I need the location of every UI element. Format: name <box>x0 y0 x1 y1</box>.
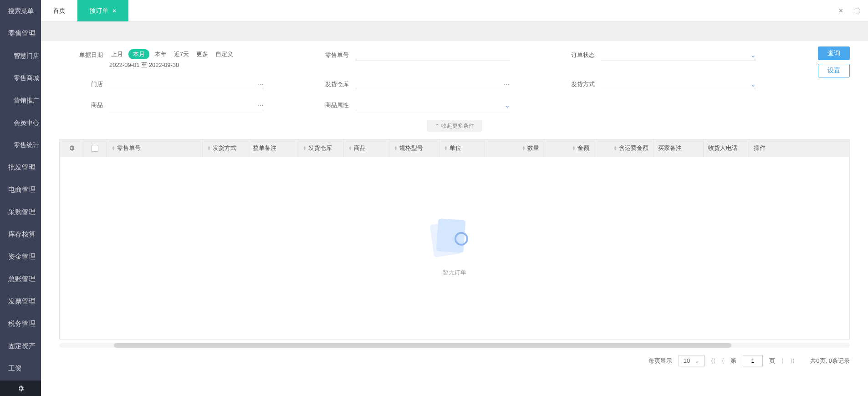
date-to: 2022-09-30 <box>149 62 179 68</box>
settings-button[interactable]: 设置 <box>818 64 850 77</box>
ship-warehouse-select[interactable]: ⋯ <box>355 78 510 90</box>
date-sep: 至 <box>141 62 147 68</box>
sidebar: 搜索菜单 零售管理 ▲ 智慧门店 零售商城 营销推广 会员中心 零售统计 批发管… <box>0 0 41 396</box>
close-all-icon[interactable]: ✕ <box>834 5 847 17</box>
sort-icon: ▲▼ <box>572 146 576 150</box>
sort-icon: ▲▼ <box>112 146 115 150</box>
select-all[interactable] <box>83 139 107 157</box>
sidebar-group-wholesale[interactable]: 批发管理 ▼ <box>0 156 41 179</box>
sidebar-group-purchase[interactable]: 采购管理 <box>0 201 41 223</box>
next-page-icon[interactable]: ⟩ <box>781 357 784 364</box>
page-suffix: 页 <box>769 357 775 365</box>
sidebar-group-ledger[interactable]: 总账管理 <box>0 268 41 290</box>
date-chip-more[interactable]: 更多 <box>194 49 210 59</box>
column-label: 收货人电话 <box>708 144 738 152</box>
column-label: 单位 <box>449 144 461 152</box>
more-icon[interactable]: ⋯ <box>258 102 264 108</box>
retail-no-input[interactable] <box>355 49 510 61</box>
column-label: 发货方式 <box>213 144 236 152</box>
column-header[interactable]: 操作 <box>749 139 849 157</box>
column-header[interactable]: ▲▼零售单号 <box>107 139 203 157</box>
column-header[interactable]: ▲▼含运费金额 <box>594 139 654 157</box>
date-from: 2022-09-01 <box>109 62 140 68</box>
tab-preorder[interactable]: 预订单 ✕ <box>77 0 128 21</box>
collapse-filters-button[interactable]: ⌃ 收起更多条件 <box>427 120 482 132</box>
empty-illustration <box>427 219 482 260</box>
more-icon[interactable]: ⋯ <box>504 81 510 87</box>
horizontal-scrollbar[interactable] <box>59 343 850 348</box>
chevron-up-icon: ▲ <box>29 31 34 36</box>
column-settings[interactable] <box>60 139 83 157</box>
column-header[interactable]: 整单备注 <box>248 139 298 157</box>
sidebar-footer <box>0 381 41 396</box>
pagination: 每页显示 10 ⌄ ⟨⟨ ⟨ 第 页 ⟩ ⟩⟩ 共0页, 0条记录 <box>41 348 868 374</box>
date-chip-custom[interactable]: 自定义 <box>214 49 235 59</box>
date-chip-this-month[interactable]: 本月 <box>128 49 149 59</box>
chevron-up-icon: ⌃ <box>435 123 439 129</box>
column-header[interactable]: ▲▼发货仓库 <box>298 139 344 157</box>
column-header[interactable]: ▲▼单位 <box>439 139 485 157</box>
column-header[interactable]: ▲▼金额 <box>544 139 594 157</box>
column-label: 金额 <box>577 144 589 152</box>
sidebar-item-member-center[interactable]: 会员中心 <box>0 112 41 134</box>
sidebar-group-retail[interactable]: 零售管理 ▲ <box>0 22 41 45</box>
more-icon[interactable]: ⋯ <box>258 81 264 87</box>
sidebar-group-salary[interactable]: 工资 <box>0 357 41 380</box>
ship-method-select[interactable]: ⌄ <box>601 78 756 90</box>
sidebar-group-tax[interactable]: 税务管理 <box>0 313 41 335</box>
sidebar-group-funds[interactable]: 资金管理 <box>0 246 41 268</box>
empty-text: 暂无订单 <box>443 268 466 277</box>
gear-icon[interactable] <box>17 385 24 392</box>
toolbar-strip <box>41 22 868 41</box>
chevron-down-icon: ⌄ <box>751 81 756 88</box>
column-header[interactable]: ▲▼规格型号 <box>389 139 439 157</box>
sort-icon: ▲▼ <box>207 146 211 150</box>
product-label: 商品 <box>59 99 109 111</box>
column-header[interactable]: 收货人电话 <box>704 139 749 157</box>
date-chip-this-year[interactable]: 本年 <box>153 49 168 59</box>
sort-icon: ▲▼ <box>613 146 617 150</box>
tab-label: 预订单 <box>89 7 108 15</box>
order-status-select[interactable]: ⌄ <box>601 49 756 61</box>
column-header[interactable]: ▲▼发货方式 <box>203 139 248 157</box>
sidebar-group-fixed-assets[interactable]: 固定资产 <box>0 335 41 357</box>
prev-page-icon[interactable]: ⟨ <box>722 357 724 364</box>
sidebar-search[interactable]: 搜索菜单 <box>0 0 41 22</box>
sort-icon: ▲▼ <box>348 146 352 150</box>
sidebar-item-marketing[interactable]: 营销推广 <box>0 89 41 112</box>
column-header[interactable]: ▲▼商品 <box>344 139 389 157</box>
store-select[interactable]: ⋯ <box>109 78 264 90</box>
per-page-select[interactable]: 10 ⌄ <box>679 355 705 366</box>
first-page-icon[interactable]: ⟨⟨ <box>711 357 715 364</box>
scrollbar-thumb[interactable] <box>114 343 731 348</box>
column-header[interactable]: ▲▼数量 <box>485 139 544 157</box>
sidebar-group-inventory[interactable]: 库存核算 <box>0 223 41 246</box>
date-chip-last-month[interactable]: 上月 <box>109 49 125 59</box>
tab-label: 首页 <box>53 7 66 15</box>
sidebar-item-retail-stats[interactable]: 零售统计 <box>0 134 41 156</box>
product-attr-select[interactable]: ⌄ <box>355 99 510 111</box>
column-label: 零售单号 <box>117 144 141 152</box>
empty-state: 暂无订单 <box>60 157 849 339</box>
tab-bar: 首页 预订单 ✕ ✕ <box>41 0 868 22</box>
column-header[interactable]: 买家备注 <box>654 139 704 157</box>
sidebar-item-retail-mall[interactable]: 零售商城 <box>0 67 41 89</box>
last-page-icon[interactable]: ⟩⟩ <box>790 357 795 364</box>
sidebar-group-invoice[interactable]: 发票管理 <box>0 290 41 313</box>
page-prefix: 第 <box>730 357 736 365</box>
date-chip-7days[interactable]: 近7天 <box>172 49 191 59</box>
main: 首页 预订单 ✕ ✕ 查询 设置 单据日期 <box>41 0 868 396</box>
store-label: 门店 <box>59 78 109 90</box>
page-input[interactable] <box>743 355 763 366</box>
ship-method-label: 发货方式 <box>551 78 601 90</box>
sidebar-item-smart-store[interactable]: 智慧门店 <box>0 45 41 67</box>
query-button[interactable]: 查询 <box>818 46 850 60</box>
sort-icon: ▲▼ <box>444 146 448 150</box>
tab-home[interactable]: 首页 <box>41 0 77 21</box>
product-attr-label: 商品属性 <box>305 99 355 111</box>
fullscreen-icon[interactable] <box>851 5 863 17</box>
sidebar-group-ecommerce[interactable]: 电商管理 <box>0 179 41 201</box>
product-select[interactable]: ⋯ <box>109 99 264 111</box>
close-icon[interactable]: ✕ <box>112 8 117 14</box>
date-label: 单据日期 <box>59 49 109 61</box>
